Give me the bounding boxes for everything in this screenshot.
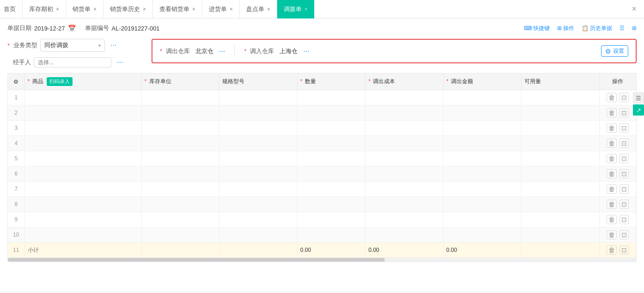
horizontal-scrollbar[interactable]	[8, 258, 636, 262]
qty-cell[interactable]	[297, 105, 365, 121]
cost-cell[interactable]	[365, 90, 444, 105]
spec-cell[interactable]	[219, 105, 298, 121]
avail-cell[interactable]	[521, 121, 599, 136]
qty-cell[interactable]	[297, 197, 365, 212]
cost-cell[interactable]	[365, 182, 444, 197]
spec-cell[interactable]	[219, 212, 298, 227]
avail-cell[interactable]	[521, 151, 599, 166]
th-gear[interactable]: ⚙	[8, 73, 24, 90]
copy-icon[interactable]: ⊡	[620, 169, 629, 178]
unit-cell[interactable]	[141, 90, 219, 105]
avail-cell[interactable]	[521, 182, 599, 197]
copy-icon[interactable]: ⊡	[620, 245, 629, 255]
amount-cell[interactable]	[444, 105, 522, 121]
tab-purchase[interactable]: 进货单 ×	[202, 0, 240, 18]
delete-icon[interactable]: 🗑	[607, 169, 617, 178]
tab-sales-history-close[interactable]: ×	[143, 6, 146, 12]
tab-transfer-close[interactable]: ×	[304, 6, 308, 12]
product-cell[interactable]	[24, 182, 141, 197]
avail-cell[interactable]	[521, 136, 599, 151]
avail-cell[interactable]	[521, 166, 599, 182]
cost-cell[interactable]	[365, 121, 444, 136]
tab-stock-count[interactable]: 盘点单 ×	[240, 0, 277, 18]
unit-cell[interactable]	[141, 227, 219, 243]
operations-button[interactable]: ⊞ 操作	[557, 24, 574, 32]
tab-purchase-close[interactable]: ×	[230, 6, 233, 12]
avail-cell[interactable]	[521, 105, 599, 121]
unit-cell[interactable]	[141, 197, 219, 212]
amount-cell[interactable]	[444, 121, 522, 136]
cost-cell[interactable]	[365, 151, 444, 166]
view-toggle-list[interactable]: ☰	[620, 25, 625, 31]
main-close-button[interactable]: ×	[628, 4, 640, 14]
qty-cell[interactable]	[297, 227, 365, 243]
unit-cell[interactable]	[141, 105, 219, 121]
spec-cell[interactable]	[219, 197, 298, 212]
tab-home[interactable]: 首页	[4, 0, 23, 18]
product-cell[interactable]	[24, 212, 141, 227]
qty-cell[interactable]	[297, 151, 365, 166]
view-toggle-grid[interactable]: ⊞	[632, 25, 637, 31]
tab-sales-close[interactable]: ×	[93, 6, 97, 12]
unit-cell[interactable]	[141, 136, 219, 151]
copy-icon[interactable]: ⊡	[620, 93, 629, 102]
business-type-select[interactable]: 同价调拨 ▾	[40, 39, 105, 52]
amount-cell[interactable]	[444, 227, 522, 243]
copy-icon[interactable]: ⊡	[620, 200, 629, 209]
source-more[interactable]: ···	[219, 48, 225, 55]
tab-transfer[interactable]: 调拨单 ×	[277, 0, 315, 18]
amount-cell[interactable]	[444, 197, 522, 212]
product-cell[interactable]	[24, 105, 141, 121]
tab-stock-count-close[interactable]: ×	[267, 6, 270, 12]
qty-cell[interactable]	[297, 90, 365, 105]
target-more[interactable]: ···	[303, 48, 309, 55]
product-cell[interactable]	[24, 227, 141, 243]
product-cell[interactable]	[24, 151, 141, 166]
amount-cell[interactable]	[444, 166, 522, 182]
unit-cell[interactable]	[141, 212, 219, 227]
tab-view-sales[interactable]: 查看销货单 ×	[153, 0, 202, 18]
copy-icon[interactable]: ⊡	[620, 184, 629, 194]
avail-cell[interactable]	[521, 212, 599, 227]
spec-cell[interactable]	[219, 136, 298, 151]
copy-icon[interactable]: ⊡	[620, 123, 629, 133]
scan-button[interactable]: 扫码录入	[47, 77, 73, 86]
sidebar-list-icon[interactable]: ☰	[633, 92, 644, 104]
tab-inventory-init[interactable]: 库存期初 ×	[23, 0, 66, 18]
amount-cell[interactable]	[444, 90, 522, 105]
amount-cell[interactable]	[444, 182, 522, 197]
spec-cell[interactable]	[219, 151, 298, 166]
spec-cell[interactable]	[219, 166, 298, 182]
delete-icon[interactable]: 🗑	[607, 108, 617, 117]
cost-cell[interactable]	[365, 136, 444, 151]
history-button[interactable]: 📋 历史单据	[582, 24, 612, 32]
cost-cell[interactable]	[365, 166, 444, 182]
cost-cell[interactable]	[365, 105, 444, 121]
qty-cell[interactable]	[297, 212, 365, 227]
spec-cell[interactable]	[219, 121, 298, 136]
cost-cell[interactable]	[365, 227, 444, 243]
qty-cell[interactable]	[297, 121, 365, 136]
delete-icon[interactable]: 🗑	[607, 123, 617, 133]
copy-icon[interactable]: ⊡	[620, 230, 629, 239]
settings-button[interactable]: ⚙ 设置	[601, 45, 628, 57]
amount-cell[interactable]	[444, 136, 522, 151]
business-type-more[interactable]: ···	[110, 42, 116, 49]
product-cell[interactable]	[24, 197, 141, 212]
product-cell[interactable]	[24, 90, 141, 105]
qty-cell[interactable]	[297, 136, 365, 151]
spec-cell[interactable]	[219, 227, 298, 243]
unit-cell[interactable]	[141, 166, 219, 182]
delete-icon[interactable]: 🗑	[607, 154, 617, 163]
tab-sales-history[interactable]: 销货单历史 ×	[103, 0, 153, 18]
amount-cell[interactable]	[444, 212, 522, 227]
calendar-icon[interactable]: 📅	[68, 24, 76, 32]
avail-cell[interactable]	[521, 227, 599, 243]
copy-icon[interactable]: ⊡	[620, 215, 629, 224]
tab-sales-order[interactable]: 销货单 ×	[66, 0, 103, 18]
delete-icon[interactable]: 🗑	[607, 200, 617, 209]
delete-icon[interactable]: 🗑	[607, 139, 617, 148]
tab-inventory-close[interactable]: ×	[56, 6, 59, 12]
unit-cell[interactable]	[141, 121, 219, 136]
shortcuts-button[interactable]: ⌨ 快捷键	[524, 24, 550, 32]
